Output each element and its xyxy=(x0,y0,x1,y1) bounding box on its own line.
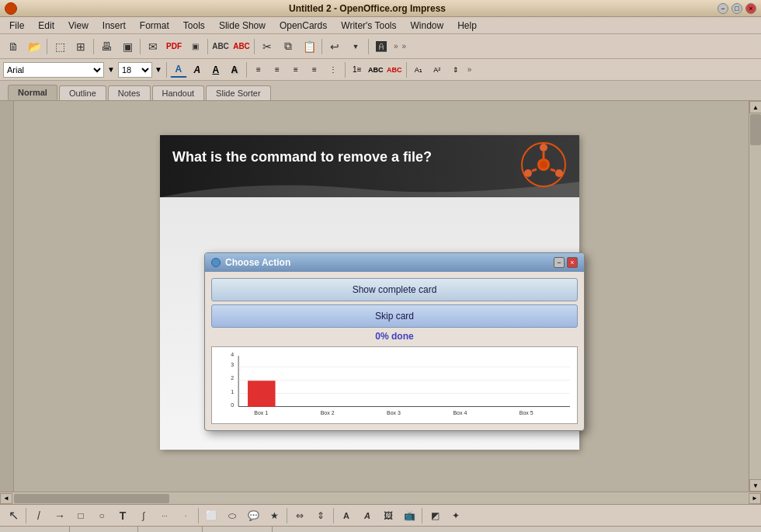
alpha-button[interactable]: A xyxy=(336,506,356,525)
maximize-button[interactable]: □ xyxy=(731,3,742,14)
sep10 xyxy=(345,62,346,78)
h-scroll-track[interactable] xyxy=(13,493,748,504)
para-spacing-button[interactable]: ⇕ xyxy=(447,62,464,78)
spellcheck-button[interactable]: ABC xyxy=(210,37,231,56)
open-button[interactable]: 📂 xyxy=(24,37,44,56)
underline-button[interactable]: A xyxy=(207,62,224,78)
minimize-button[interactable]: − xyxy=(718,3,728,14)
print-button[interactable]: ▣ xyxy=(117,37,137,56)
tab-notes[interactable]: Notes xyxy=(108,85,151,100)
skip-card-button[interactable]: Skip card xyxy=(211,304,578,328)
scroll-track[interactable] xyxy=(749,113,761,479)
text-superscript-button[interactable]: A² xyxy=(429,62,446,78)
star-button[interactable]: ★ xyxy=(264,506,284,525)
scroll-right-button[interactable]: ► xyxy=(749,493,761,504)
menu-file[interactable]: File xyxy=(3,19,30,33)
select-button[interactable]: ⬚ xyxy=(50,37,70,56)
align-left-button[interactable]: ≡ xyxy=(250,62,267,78)
undo-button[interactable]: ↩ xyxy=(325,37,345,56)
flip-h-button[interactable]: ⇔ xyxy=(290,506,310,525)
shadow-tool-button[interactable]: ◩ xyxy=(425,506,445,525)
arrow-tool-button[interactable]: → xyxy=(50,506,70,525)
fontwork-button[interactable]: A xyxy=(357,506,377,525)
video-button[interactable]: 📺 xyxy=(399,506,419,525)
more-tools-icon[interactable]: » xyxy=(392,40,400,52)
text-tool-button[interactable]: T xyxy=(113,506,133,525)
vertical-scrollbar[interactable]: ▲ ▼ xyxy=(749,101,761,492)
scroll-down-button[interactable]: ▼ xyxy=(749,479,761,492)
effects-button[interactable]: ✦ xyxy=(446,506,466,525)
menu-view[interactable]: View xyxy=(62,19,95,33)
coordinates-section: ⊞ -3.86 / -0.16 xyxy=(5,527,70,532)
scroll-up-button[interactable]: ▲ xyxy=(749,101,761,113)
shadow-button[interactable]: A xyxy=(226,62,243,78)
curve-tool-button[interactable]: ∫ xyxy=(134,506,154,525)
export-pdf-button[interactable]: PDF xyxy=(164,37,184,56)
polygon-tool-button[interactable]: · xyxy=(175,506,196,525)
menu-writerstools[interactable]: Writer's Tools xyxy=(335,19,402,33)
flip-v-button[interactable]: ⇕ xyxy=(311,506,331,525)
autocorrect-button[interactable]: ABC xyxy=(231,37,252,56)
menu-tools[interactable]: Tools xyxy=(177,19,211,33)
text-subscript-button[interactable]: A₁ xyxy=(410,62,427,78)
columns-button[interactable]: ⋮ xyxy=(325,62,342,78)
undo-arrow-button[interactable]: ▼ xyxy=(346,37,366,56)
svg-text:0: 0 xyxy=(231,402,234,408)
dialog-close-button[interactable]: × xyxy=(567,257,578,268)
slide-edit-area[interactable]: What is the command to remove a file? xyxy=(14,101,749,492)
menu-insert[interactable]: Insert xyxy=(96,19,132,33)
ellipse-tool-button[interactable]: ○ xyxy=(92,506,112,525)
sep-d1 xyxy=(26,508,26,523)
tab-outline[interactable]: Outline xyxy=(59,85,106,100)
cut-button[interactable]: ✂ xyxy=(257,37,277,56)
style-button[interactable]: 🅰 xyxy=(371,37,391,56)
menu-help[interactable]: Help xyxy=(451,19,483,33)
copy-button[interactable]: ⧉ xyxy=(278,37,298,56)
numbering-button[interactable]: 1≡ xyxy=(349,62,366,78)
menu-slideshow[interactable]: Slide Show xyxy=(213,19,272,33)
h-scroll-thumb[interactable] xyxy=(14,494,169,503)
3d-rect-button[interactable]: ⬜ xyxy=(201,506,221,525)
font-dropdown-icon[interactable]: ▼ xyxy=(106,65,116,74)
menu-format[interactable]: Format xyxy=(134,19,175,33)
align-right-button[interactable]: ≡ xyxy=(287,62,304,78)
font-name-select[interactable]: Arial xyxy=(3,62,104,78)
rect-tool-button[interactable]: □ xyxy=(71,506,91,525)
scroll-thumb[interactable] xyxy=(750,114,761,145)
slide-header: What is the command to remove a file? xyxy=(160,135,579,197)
export-button[interactable]: ▣ xyxy=(185,37,205,56)
char-format2-button[interactable]: ABC xyxy=(386,62,403,78)
callout-button[interactable]: 💬 xyxy=(243,506,263,525)
show-card-button[interactable]: Show complete card xyxy=(211,278,578,301)
scroll-left-button[interactable]: ◄ xyxy=(0,493,12,504)
font-color-A-button[interactable]: A xyxy=(170,62,187,78)
menu-edit[interactable]: Edit xyxy=(32,19,61,33)
format-more-icon[interactable]: » xyxy=(466,64,474,75)
points-tool-button[interactable]: ··· xyxy=(155,506,175,525)
tab-normal[interactable]: Normal xyxy=(8,85,57,100)
align-center-button[interactable]: ≡ xyxy=(269,62,286,78)
print-preview-button[interactable]: 🖶 xyxy=(96,37,116,56)
justify-button[interactable]: ≡ xyxy=(306,62,323,78)
italic-button[interactable]: A xyxy=(189,62,206,78)
transform-button[interactable]: ⊞ xyxy=(71,37,91,56)
horizontal-scrollbar[interactable]: ◄ ► xyxy=(0,492,761,504)
line-tool-button[interactable]: / xyxy=(29,506,49,525)
menu-opencards[interactable]: OpenCards xyxy=(273,19,333,33)
tab-handout[interactable]: Handout xyxy=(152,85,205,100)
image-button[interactable]: 🖼 xyxy=(378,506,398,525)
paste-button[interactable]: 📋 xyxy=(299,37,319,56)
select-tool-button[interactable]: ↖ xyxy=(3,506,23,525)
new-button[interactable]: 🗎 xyxy=(3,37,23,56)
email-button[interactable]: ✉ xyxy=(143,37,163,56)
menu-window[interactable]: Window xyxy=(405,19,450,33)
close-button[interactable]: × xyxy=(745,3,756,14)
char-format-button[interactable]: ABC xyxy=(367,62,384,78)
size-dropdown-icon[interactable]: ▼ xyxy=(154,65,163,74)
more-tools-icon2[interactable]: » xyxy=(401,40,408,52)
zoom-section[interactable]: − + 51% xyxy=(648,527,756,532)
3d-ellipse-button[interactable]: ⬭ xyxy=(222,506,242,525)
dialog-min-button[interactable]: − xyxy=(554,257,565,268)
font-size-select[interactable]: 18 xyxy=(118,62,152,78)
tab-slide-sorter[interactable]: Slide Sorter xyxy=(206,85,270,100)
